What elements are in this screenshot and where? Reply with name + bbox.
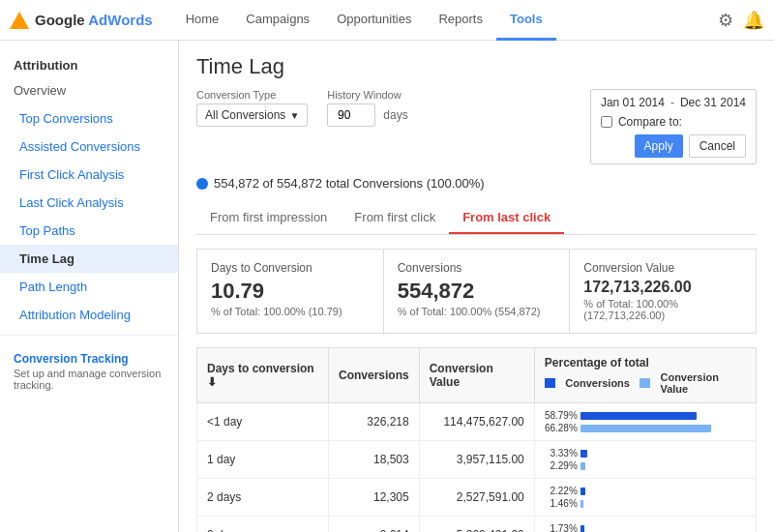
stats-cards: Days to Conversion 10.79 % of Total: 100… [196, 249, 757, 334]
summary-row: 554,872 of 554,872 total Conversions (10… [196, 176, 757, 191]
legend-conv-icon [545, 378, 556, 388]
legend: Conversions Conversion Value [545, 371, 746, 395]
th-conv-value[interactable]: Conversion Value [419, 348, 534, 403]
cell-pct: 58.79% 66.28% [534, 403, 756, 441]
conversion-tracking-link[interactable]: Conversion Tracking [14, 352, 129, 366]
stat-days-label: Days to Conversion [211, 261, 370, 275]
conversion-tracking-section: Conversion Tracking Set up and manage co… [0, 341, 178, 400]
cell-conversions: 326,218 [329, 403, 420, 441]
cell-day: 3 days [197, 517, 329, 533]
nav-opportunities[interactable]: Opportunities [323, 0, 425, 41]
compare-label: Compare to: [618, 115, 682, 129]
conversion-tracking-desc: Set up and manage conversion tracking. [14, 368, 164, 391]
cell-day: 1 day [197, 441, 329, 479]
main-content: Time Lag Conversion Type All Conversions… [179, 41, 774, 532]
sidebar-item-time-lag[interactable]: Time Lag [0, 245, 178, 273]
cell-value: 114,475,627.00 [419, 403, 534, 441]
stat-card-value: Conversion Value 172,713,226.00 % of Tot… [569, 249, 757, 334]
history-window-group: History Window days [327, 89, 407, 127]
cell-conversions: 18,503 [329, 441, 420, 479]
cancel-button[interactable]: Cancel [689, 134, 746, 158]
th-days[interactable]: Days to conversion ⬇ [197, 348, 329, 403]
top-nav: Google AdWords Home Campaigns Opportunit… [0, 0, 774, 41]
history-window-input[interactable] [327, 103, 375, 127]
legend-val-label: Conversion Value [660, 371, 746, 395]
stat-card-conversions: Conversions 554,872 % of Total: 100.00% … [383, 249, 570, 334]
stat-conv-value: 554,872 [398, 279, 556, 304]
th-conversions[interactable]: Conversions [329, 348, 420, 403]
sidebar-item-first-click-analysis[interactable]: First Click Analysis [0, 161, 178, 189]
sidebar-item-last-click-analysis[interactable]: Last Click Analysis [0, 189, 178, 217]
stat-val-pct: % of Total: 100.00% (172,713,226.00) [583, 298, 742, 321]
cell-value: 2,527,591.00 [419, 479, 534, 517]
cell-conversions: 9,614 [329, 517, 420, 533]
page-title: Time Lag [196, 54, 757, 79]
stat-days-pct: % of Total: 100.00% (10.79) [211, 306, 370, 317]
table-row: 1 day 18,503 3,957,115.00 3.33% 2.29% [197, 441, 757, 479]
sidebar-item-path-length[interactable]: Path Length [0, 273, 178, 301]
summary-text: 554,872 of 554,872 total Conversions (10… [214, 176, 485, 191]
nav-reports[interactable]: Reports [425, 0, 496, 41]
date-buttons: Apply Cancel [601, 134, 746, 158]
compare-checkbox[interactable] [601, 116, 612, 128]
controls-left: Conversion Type All Conversions ▼ Histor… [196, 89, 408, 127]
tab-from-first-impression[interactable]: From first impression [196, 202, 341, 234]
th-pct-title: Percentage of total [545, 356, 746, 369]
cell-pct: 3.33% 2.29% [534, 441, 756, 479]
conversion-type-label: Conversion Type [196, 89, 308, 101]
conversion-type-group: Conversion Type All Conversions ▼ [196, 89, 308, 127]
logo: Google AdWords [10, 12, 153, 29]
sidebar-divider [0, 335, 178, 336]
tab-from-last-click[interactable]: From last click [449, 202, 564, 234]
logo-text: Google AdWords [35, 12, 153, 28]
gear-icon[interactable]: ⚙ [718, 10, 733, 31]
sidebar-item-overview[interactable]: Overview [0, 76, 178, 104]
stat-val-value: 172,713,226.00 [583, 279, 742, 296]
table-row: <1 day 326,218 114,475,627.00 58.79% 66.… [197, 403, 757, 441]
main-layout: Attribution Overview Top Conversions Ass… [0, 41, 774, 532]
stat-conv-label: Conversions [398, 261, 556, 275]
stat-val-label: Conversion Value [583, 261, 742, 275]
nav-links: Home Campaigns Opportunities Reports Too… [172, 0, 556, 41]
compare-row: Compare to: [601, 115, 746, 129]
th-pct: Percentage of total Conversions Conversi… [534, 348, 756, 403]
tab-from-first-click[interactable]: From first click [341, 202, 449, 234]
sidebar: Attribution Overview Top Conversions Ass… [0, 41, 179, 532]
date-end[interactable]: Dec 31 2014 [680, 96, 746, 109]
controls-row: Conversion Type All Conversions ▼ Histor… [196, 89, 757, 164]
date-range-box: Jan 01 2014 - Dec 31 2014 Compare to: Ap… [590, 89, 757, 164]
nav-tools[interactable]: Tools [496, 0, 556, 41]
date-start[interactable]: Jan 01 2014 [601, 96, 665, 109]
history-row: days [327, 103, 407, 127]
sidebar-section-title: Attribution [0, 50, 178, 76]
conversion-type-select[interactable]: All Conversions ▼ [196, 103, 308, 127]
cell-pct: 2.22% 1.46% [534, 479, 756, 517]
bell-icon[interactable]: 🔔 [743, 10, 764, 31]
logo-icon [10, 12, 29, 29]
apply-button[interactable]: Apply [635, 134, 683, 158]
cell-day: 2 days [197, 479, 329, 517]
legend-conv-label: Conversions [565, 377, 630, 389]
nav-campaigns[interactable]: Campaigns [232, 0, 323, 41]
cell-pct: 1.73% 3.01% [534, 517, 756, 533]
legend-val-icon [640, 378, 651, 388]
table-row: 2 days 12,305 2,527,591.00 2.22% 1.46% [197, 479, 757, 517]
chevron-down-icon: ▼ [289, 110, 299, 121]
table-row: 3 days 9,614 5,200,401.00 1.73% 3.01% [197, 517, 757, 533]
cell-value: 5,200,401.00 [419, 517, 534, 533]
stat-conv-pct: % of Total: 100.00% (554,872) [398, 306, 556, 317]
sidebar-item-assisted-conversions[interactable]: Assisted Conversions [0, 133, 178, 161]
history-window-label: History Window [327, 89, 407, 101]
sidebar-item-attribution-modeling[interactable]: Attribution Modeling [0, 301, 178, 329]
nav-right: ⚙ 🔔 [718, 10, 764, 31]
nav-home[interactable]: Home [172, 0, 233, 41]
sidebar-item-top-paths[interactable]: Top Paths [0, 217, 178, 245]
tabs: From first impression From first click F… [196, 202, 757, 235]
summary-dot [196, 178, 208, 190]
data-table: Days to conversion ⬇ Conversions Convers… [196, 347, 757, 532]
date-separator: - [670, 96, 674, 109]
sidebar-item-top-conversions[interactable]: Top Conversions [0, 104, 178, 133]
cell-conversions: 12,305 [329, 479, 420, 517]
stat-days-value: 10.79 [211, 279, 370, 304]
cell-day: <1 day [197, 403, 329, 441]
